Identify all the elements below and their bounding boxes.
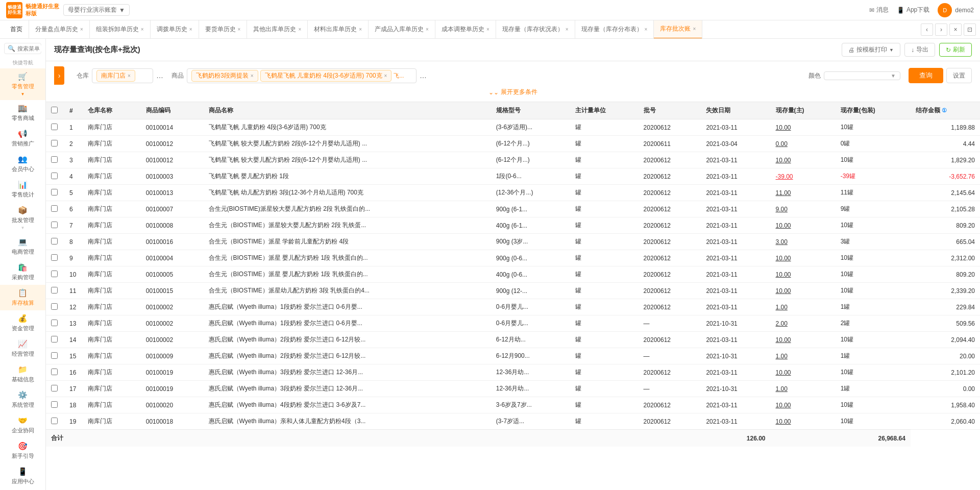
sidebar-item-basic-info[interactable]: 📁 基础信息 [0,361,45,387]
row-checkbox[interactable] [46,217,64,234]
warehouse-input-area[interactable]: 南库门店 × [92,68,153,83]
sidebar-item-enterprise-coop[interactable]: 🤝 企业协同 [0,412,45,438]
tab-prev-btn[interactable]: ‹ [921,23,933,36]
row-select[interactable] [51,418,58,424]
goods-tag-2[interactable]: 飞鹤星飞帆 儿童奶粉 4段(3-6岁适用) 700克 × [260,70,392,82]
row-select[interactable] [51,271,58,277]
sidebar-item-ecommerce[interactable]: 💻 电商管理 [0,234,45,259]
row-select[interactable] [51,140,58,146]
message-btn[interactable]: ✉ 按模板打印 消息 [869,6,889,14]
row-checkbox[interactable] [46,250,64,266]
row-checkbox[interactable] [46,201,64,217]
tab-next-btn[interactable]: › [935,23,947,36]
row-select[interactable] [51,287,58,293]
tab-close-icon[interactable]: × [298,27,301,32]
row-select[interactable] [51,222,58,228]
row-checkbox[interactable] [46,234,64,250]
row-qty-main[interactable]: 10.00 [771,413,836,430]
tab-cost-adjust[interactable]: 成本调整单历史 × [435,20,496,39]
row-qty-main[interactable]: 1.00 [771,299,836,315]
tab-inventory-dist[interactable]: 现存量（库存分布表） × [575,20,654,39]
row-checkbox[interactable] [46,364,64,381]
row-qty-main[interactable]: 10.00 [771,283,836,299]
goods-filter-dots[interactable]: … [420,71,427,80]
tab-inventory-status[interactable]: 现存量（库存状况表） × [496,20,575,39]
sidebar-item-finance[interactable]: 💰 资金管理 [0,310,45,336]
sidebar-item-operations[interactable]: 📈 经营管理 [0,336,45,361]
row-qty-main[interactable]: 0.00 [771,136,836,152]
row-qty-main[interactable]: 10.00 [771,250,836,266]
breadcrumb-selector[interactable]: 母婴行业演示账套 ▼ [63,4,130,16]
tab-close-icon[interactable]: × [359,27,362,32]
row-checkbox[interactable] [46,397,64,413]
settings-btn[interactable]: 设置 [946,68,972,83]
color-input-area[interactable]: ▼ [824,71,900,80]
row-qty-main[interactable]: 10.00 [771,364,836,381]
warehouse-tag[interactable]: 南库门店 × [96,70,135,82]
filter-toggle-arrow[interactable]: › [54,66,64,85]
print-btn[interactable]: 🖨 按模板打印 ▼ [842,43,900,57]
row-select[interactable] [51,156,58,163]
row-select[interactable] [51,352,58,359]
sidebar-item-new-guide[interactable]: 🎯 新手引导 [0,438,45,463]
row-checkbox[interactable] [46,332,64,348]
row-checkbox[interactable] [46,315,64,332]
select-all-checkbox[interactable] [51,107,58,113]
tab-close-icon[interactable]: × [645,27,648,32]
row-select[interactable] [51,173,58,179]
search-input[interactable] [17,45,45,52]
row-qty-main[interactable]: 10.00 [771,397,836,413]
goods-tag-1[interactable]: 飞鹤奶粉3段两提装 × [191,70,258,82]
sidebar-item-marketing[interactable]: 📢 营销推广 [0,126,45,151]
row-qty-main[interactable]: 2.00 [771,315,836,332]
tab-batch-voucher[interactable]: 库存批次账 × [654,20,702,39]
row-checkbox[interactable] [46,152,64,168]
tab-close-btn[interactable]: × [949,23,962,36]
tab-finished-in[interactable]: 产成品入库单历史 × [369,20,435,39]
row-select[interactable] [51,238,58,244]
tab-material-out[interactable]: 材料出库单历史 × [308,20,369,39]
row-checkbox[interactable] [46,413,64,430]
row-checkbox[interactable] [46,119,64,136]
user-area[interactable]: D demo2 [938,3,974,17]
row-checkbox[interactable] [46,266,64,283]
tab-close-icon[interactable]: × [693,26,696,32]
tab-home[interactable]: 首页 [4,20,29,39]
row-checkbox[interactable] [46,185,64,201]
row-checkbox[interactable] [46,168,64,185]
row-qty-main[interactable]: 10.00 [771,332,836,348]
row-select[interactable] [51,254,58,261]
tab-other-out[interactable]: 其他出库单历史 × [247,20,308,39]
sidebar-item-retail-mall[interactable]: 🏬 零售商城 [0,100,45,126]
row-select[interactable] [51,385,58,391]
sidebar-item-app-center[interactable]: 📱 应用中心 [0,463,45,489]
tab-split-inventory[interactable]: 分量盘点单历史 × [29,20,90,39]
export-btn[interactable]: ↓ 导出 [904,43,935,57]
warehouse-filter-dots[interactable]: … [156,71,163,80]
row-checkbox[interactable] [46,348,64,364]
sidebar-item-sys-mgmt[interactable]: ⚙️ 系统管理 [0,387,45,412]
query-btn[interactable]: 查询 [909,68,943,83]
sidebar-item-retail-stats[interactable]: 📊 零售统计 [0,177,45,202]
expand-conditions-btn[interactable]: ⌄⌄ 展开更多条件 [488,88,537,96]
goods-tag-remove-2[interactable]: × [384,73,387,79]
row-checkbox[interactable] [46,381,64,397]
row-select[interactable] [51,205,58,212]
row-qty-main[interactable]: 9.00 [771,201,836,217]
tab-close-icon[interactable]: × [80,27,83,32]
tab-close-icon[interactable]: × [566,27,569,32]
tab-close-icon[interactable]: × [486,27,489,32]
row-qty-main[interactable]: 10.00 [771,119,836,136]
row-qty-main[interactable]: 10.00 [771,152,836,168]
row-qty-main[interactable]: 1.00 [771,348,836,364]
row-checkbox[interactable] [46,136,64,152]
sidebar-item-retail-mgmt[interactable]: 🛒 零售管理 ▼ [0,68,45,100]
refresh-btn[interactable]: ↻ 刷新 [939,43,972,57]
sidebar-item-wholesale[interactable]: 📦 批发管理 ▼ [0,202,45,234]
row-select[interactable] [51,124,58,130]
row-select[interactable] [51,336,58,342]
sidebar-item-purchase[interactable]: 🛍️ 采购管理 [0,259,45,285]
tab-close-icon[interactable]: × [189,27,192,32]
row-qty-main[interactable]: 3.00 [771,234,836,250]
warehouse-tag-remove[interactable]: × [128,73,131,79]
